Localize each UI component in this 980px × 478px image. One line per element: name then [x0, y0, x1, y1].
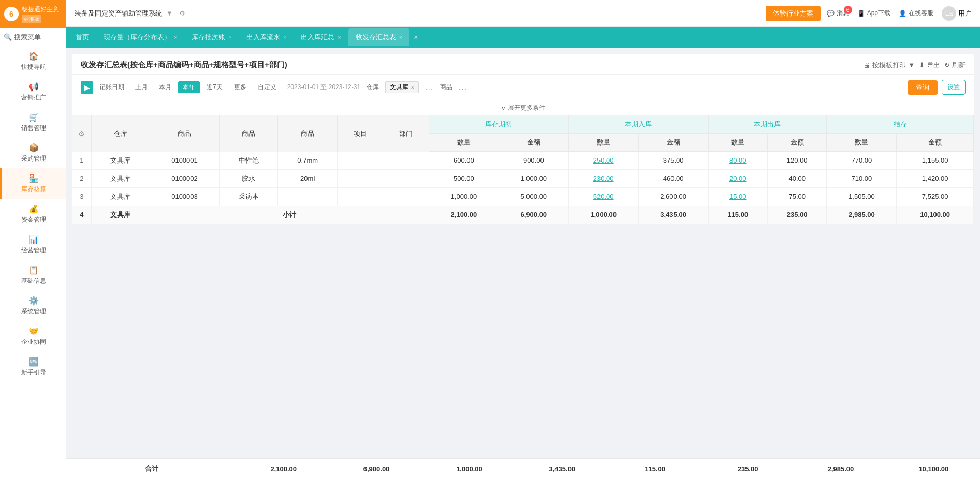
sidebar-item-basic-info[interactable]: 📋 基础信息	[0, 260, 66, 291]
warehouse-tag-close[interactable]: ×	[411, 84, 414, 91]
cell-dept	[383, 169, 429, 187]
date-btn-this-year[interactable]: 本年	[178, 81, 200, 93]
date-btn-7days[interactable]: 近7天	[202, 81, 227, 93]
cell-open-qty: 1,000.00	[429, 187, 499, 206]
expand-conditions-btn[interactable]: ∨ 展开更多条件	[501, 104, 545, 112]
goods-more-dots[interactable]: ...	[459, 83, 467, 91]
warehouse-more-dots[interactable]: ...	[425, 83, 434, 91]
cell-no: 3	[72, 187, 91, 206]
warehouse-tag-value: 文具库	[390, 83, 408, 92]
sidebar-label-basic: 基础信息	[21, 277, 46, 285]
inventory-icon: 🏪	[28, 173, 39, 183]
export-btn[interactable]: ⬇ 导出	[919, 61, 940, 70]
cell-in-qty[interactable]: 250.00	[568, 152, 638, 170]
sidebar-item-sales[interactable]: 🛒 销售管理	[0, 107, 66, 138]
tab-inout-flow[interactable]: 出入库流水 ×	[239, 28, 294, 46]
cell-warehouse: 文具库	[91, 187, 150, 206]
sidebar-label-guide: 新手引导	[21, 368, 46, 377]
tab-inout-summary[interactable]: 出入库汇总 ×	[294, 28, 348, 46]
system-dropdown-icon[interactable]: ▼	[166, 9, 173, 17]
cell-in-amt: 375.00	[638, 152, 708, 170]
cell-out-amt: 40.00	[767, 169, 826, 187]
date-btn-this-month[interactable]: 本月	[154, 81, 176, 93]
th-opening-qty: 数量	[429, 134, 499, 152]
tab-inout-flow-close[interactable]: ×	[283, 34, 286, 40]
trial-btn[interactable]: 体验行业方案	[766, 6, 821, 21]
date-btn-custom[interactable]: 自定义	[253, 81, 281, 93]
sidebar-label-system: 系统管理	[21, 307, 46, 316]
date-btn-last-month[interactable]: 上月	[130, 81, 152, 93]
print-label: 按模板打印	[872, 61, 906, 70]
cell-out-qty[interactable]: 80.00	[708, 152, 767, 170]
tab-batch[interactable]: 库存批次账 ×	[184, 28, 239, 46]
refresh-label: 刷新	[952, 61, 966, 70]
refresh-btn[interactable]: ↻ 刷新	[944, 61, 966, 70]
footer-in-qty: 1,000.00	[423, 465, 516, 473]
tab-home[interactable]: 首页	[68, 28, 96, 46]
footer-total-label: 合计	[66, 464, 237, 473]
sidebar-item-purchase[interactable]: 📦 采购管理	[0, 138, 66, 168]
system-icon: ⚙️	[28, 296, 39, 306]
expand-conditions-bar: ∨ 展开更多条件	[72, 100, 974, 115]
sub-open-amt: 6,900.00	[499, 206, 568, 224]
sidebar-item-quick-nav[interactable]: 🏠 快捷导航	[0, 46, 66, 77]
tabbar-close-all[interactable]: ×	[414, 33, 418, 41]
user-menu[interactable]: Ea 用户	[942, 6, 972, 21]
table-row: 3 文具库 0100003 采访本 1,000.00 5,000.00 520.…	[72, 187, 974, 206]
cell-in-amt: 460.00	[638, 169, 708, 187]
sub-close-qty: 2,985.00	[827, 206, 897, 224]
date-btn-more[interactable]: 更多	[229, 81, 251, 93]
sidebar-item-operations[interactable]: 📊 经营管理	[0, 229, 66, 260]
cell-in-qty[interactable]: 520.00	[568, 187, 638, 206]
tab-stock-dist[interactable]: 现存量（库存分布表） ×	[96, 28, 184, 46]
cell-code: 0100003	[150, 187, 220, 206]
online-service-label: 在线客服	[909, 9, 933, 18]
sub-out-amt: 235.00	[767, 206, 826, 224]
tab-receipt-summary-close[interactable]: ×	[399, 34, 402, 40]
th-settings: ⚙	[72, 115, 91, 152]
sidebar-item-guide[interactable]: 🆕 新手引导	[0, 352, 66, 382]
filter-expand-btn[interactable]: ▶	[81, 81, 93, 94]
system-name-area: 装备及固定资产辅助管理系统 ▼ ⚙	[75, 9, 759, 18]
messages-btn[interactable]: 💬 消息 6	[827, 9, 849, 18]
system-name-text: 装备及固定资产辅助管理系统	[75, 9, 162, 18]
content-area: 收发存汇总表(按仓库+商品编码+商品+规格型号+项目+部门) 🖨 按模板打印 ▼…	[66, 48, 980, 458]
sidebar-search[interactable]: 🔍 搜索菜单	[0, 28, 66, 46]
th-in-qty: 数量	[568, 134, 638, 152]
footer-total-values: 2,100.00 6,900.00 1,000.00 3,435.00 115.…	[237, 465, 980, 473]
sidebar-item-finance[interactable]: 💰 资金管理	[0, 199, 66, 229]
sidebar-item-inventory[interactable]: 🏪 库存核算	[0, 168, 66, 199]
print-icon: 🖨	[864, 61, 870, 69]
user-label: 用户	[958, 9, 972, 18]
app-name: 畅捷通好生意	[22, 5, 59, 14]
sidebar-item-system[interactable]: ⚙️ 系统管理	[0, 291, 66, 321]
cell-out-qty[interactable]: 20.00	[708, 169, 767, 187]
footer-open-qty: 2,100.00	[237, 465, 330, 473]
th-out-group: 本期出库	[708, 115, 827, 134]
query-btn[interactable]: 查询	[908, 80, 938, 95]
online-service-btn[interactable]: 👤 在线客服	[899, 9, 933, 18]
sidebar-item-marketing[interactable]: 📢 营销推广	[0, 77, 66, 107]
sidebar-item-enterprise[interactable]: 🤝 企业协同	[0, 321, 66, 352]
topbar-settings-icon[interactable]: ⚙	[179, 9, 185, 17]
cell-no: 2	[72, 169, 91, 187]
warehouse-tag[interactable]: 文具库 ×	[385, 81, 419, 93]
tab-stock-dist-close[interactable]: ×	[174, 34, 177, 40]
logo-icon: 6	[4, 7, 19, 21]
filter-settings-btn[interactable]: 设置	[942, 80, 966, 95]
cell-spec: 20ml	[278, 169, 337, 187]
sidebar-label-ops: 经营管理	[21, 246, 46, 255]
tab-receipt-summary[interactable]: 收发存汇总表 ×	[348, 28, 409, 46]
app-download-btn[interactable]: 📱 App下载	[857, 9, 890, 18]
footer-in-amt: 3,435.00	[516, 465, 608, 473]
cell-in-qty[interactable]: 230.00	[568, 169, 638, 187]
tab-inout-summary-close[interactable]: ×	[338, 34, 341, 40]
print-btn[interactable]: 🖨 按模板打印 ▼	[864, 61, 915, 70]
table-settings-icon[interactable]: ⚙	[78, 129, 85, 138]
cell-out-qty[interactable]: 15.00	[708, 187, 767, 206]
cell-name: 中性笔	[220, 152, 278, 170]
page-header: 收发存汇总表(按仓库+商品编码+商品+规格型号+项目+部门) 🖨 按模板打印 ▼…	[72, 54, 974, 74]
data-table-container: ⚙ 仓库 商品 商品 商品 项目 部门 库存期初 本期入库 本期出库 结存	[72, 115, 974, 224]
app-tag: 标准版	[22, 15, 41, 23]
tab-batch-close[interactable]: ×	[228, 34, 231, 40]
